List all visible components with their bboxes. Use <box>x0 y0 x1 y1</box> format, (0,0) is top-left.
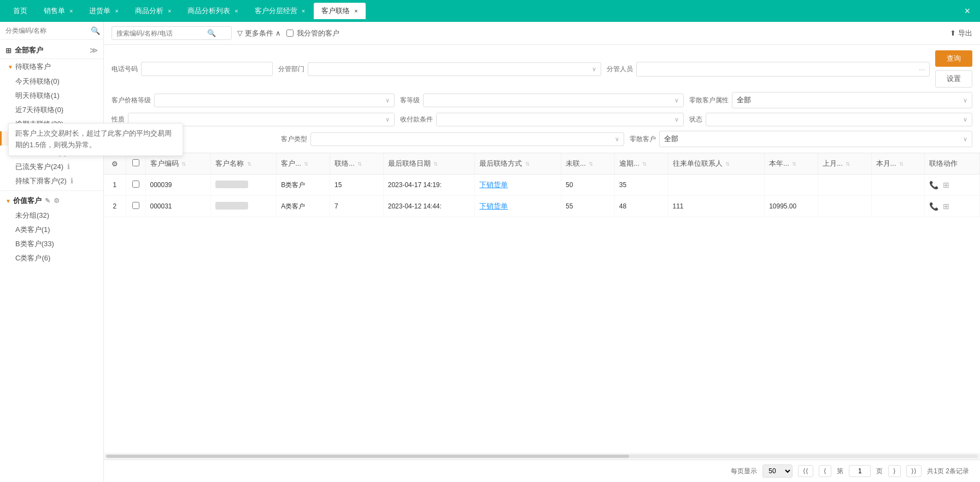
customer-type-label: 客户类型 <box>281 135 307 144</box>
window-close-button[interactable]: × <box>960 5 975 17</box>
retail-attr-field: 零散客户属性 全部 ∨ <box>689 92 972 108</box>
scrollbar-thumb[interactable] <box>106 455 629 458</box>
sidebar-item-ungrouped[interactable]: 未分组(32) <box>0 208 103 223</box>
col-this-month-sort[interactable]: ⇅ <box>899 161 903 167</box>
col-overdue-sort[interactable]: ⇅ <box>642 161 647 167</box>
next-page-btn[interactable]: ⟩ <box>888 465 901 477</box>
phone-input[interactable] <box>141 62 273 76</box>
retail-customer-value: 全部 <box>664 134 678 144</box>
settings-table-icon[interactable]: ⚙ <box>112 160 118 168</box>
sidebar-item-class-c[interactable]: C类客户(6) <box>0 251 103 265</box>
col-last-method: 最后联络方式 ⇅ <box>475 153 561 175</box>
last-page-btn[interactable]: ⟩⟩ <box>906 465 922 477</box>
customer-level-select[interactable]: ∨ <box>423 94 683 107</box>
row2-level: A类客户 <box>277 196 330 217</box>
my-customers-filter[interactable]: 我分管的客户 <box>286 28 339 38</box>
class-a-label: A类客户(1) <box>15 225 50 234</box>
settings-small-icon[interactable]: ⚙ <box>54 197 60 205</box>
nav-tab-purchase[interactable]: 进货单 × <box>81 3 126 19</box>
horizontal-scrollbar[interactable] <box>104 453 980 460</box>
per-page-label: 每页显示 <box>731 467 757 476</box>
select-all-checkbox[interactable] <box>132 159 139 166</box>
row2-phone-icon[interactable]: 📞 <box>929 202 938 211</box>
settings-button[interactable]: 设置 <box>935 70 972 88</box>
edit-icon[interactable]: ✎ <box>45 197 50 205</box>
sidebar-item-class-a[interactable]: A类客户(1) <box>0 223 103 237</box>
sidebar-item-7days[interactable]: 近7天待联络(0) <box>0 103 103 117</box>
sidebar-item-churned[interactable]: 已流失客户(24) ℹ <box>0 160 103 174</box>
col-last-date-sort[interactable]: ⇅ <box>433 161 438 167</box>
col-uncontacted-sort[interactable]: ⇅ <box>589 161 593 167</box>
export-button[interactable]: ⬆ 导出 <box>950 28 972 38</box>
row1-checkbox[interactable] <box>132 181 139 188</box>
row1-last-method[interactable]: 下销货单 <box>475 175 561 196</box>
scrollbar-track[interactable] <box>106 455 978 458</box>
nav-tab-customer-contact-close[interactable]: × <box>354 8 357 14</box>
row2-last-method[interactable]: 下销货单 <box>475 196 561 217</box>
search-icon[interactable]: 🔍 <box>207 29 216 37</box>
col-last-method-sort[interactable]: ⇅ <box>525 161 530 167</box>
search-input[interactable] <box>116 30 204 37</box>
nav-tab-customer-contact[interactable]: 客户联络 × <box>314 3 365 19</box>
row1-this-year <box>765 175 818 196</box>
nav-tab-analysis[interactable]: 商品分析 × <box>127 3 179 19</box>
per-page-select[interactable]: 50 20 100 <box>762 464 793 478</box>
nav-tab-analysis-close[interactable]: × <box>168 8 171 14</box>
row2-more-icon[interactable]: ⊞ <box>943 202 949 211</box>
retail-customer-select[interactable]: 全部 ∨ <box>659 131 973 147</box>
nav-tab-sales[interactable]: 销售单 × <box>36 3 80 19</box>
col-code-sort[interactable]: ⇅ <box>181 161 186 167</box>
nav-home[interactable]: 首页 <box>5 3 35 19</box>
status-chevron: ∨ <box>963 116 967 123</box>
row1-more-icon[interactable]: ⊞ <box>943 181 949 189</box>
my-customers-checkbox[interactable] <box>286 30 294 37</box>
sidebar-collapse-btn[interactable]: ≫ <box>90 46 98 55</box>
retail-attr-select[interactable]: 全部 ∨ <box>732 92 972 108</box>
nav-tab-customer-segment-close[interactable]: × <box>302 8 305 14</box>
nav-tab-analysis-list[interactable]: 商品分析列表 × <box>180 3 245 19</box>
col-this-year-sort[interactable]: ⇅ <box>792 161 796 167</box>
sidebar-pending-group[interactable]: ▼ 待联络客户 <box>0 59 103 74</box>
first-page-btn[interactable]: ⟨⟨ <box>798 465 813 477</box>
row2-method-link[interactable]: 下销货单 <box>479 202 508 210</box>
row2-last-month <box>818 196 871 217</box>
col-name-sort[interactable]: ⇅ <box>247 161 251 167</box>
nav-tab-customer-segment[interactable]: 客户分层经营 × <box>247 3 313 19</box>
dept-select[interactable]: ∨ <box>308 62 601 76</box>
nav-tab-purchase-close[interactable]: × <box>115 8 118 14</box>
sidebar-item-declining[interactable]: 持续下滑客户(2) ℹ <box>0 174 103 188</box>
more-conditions-btn[interactable]: ▽ 更多条件 ∧ <box>237 28 281 38</box>
prev-page-btn[interactable]: ⟨ <box>819 465 831 477</box>
row2-overdue: 48 <box>614 196 668 217</box>
col-last-month-sort[interactable]: ⇅ <box>846 161 850 167</box>
manager-select[interactable]: ··· <box>636 62 930 77</box>
customer-type-select[interactable]: ∨ <box>310 132 624 146</box>
row2-this-year: 10995.00 <box>765 196 818 217</box>
all-customers-label: 全部客户 <box>15 45 43 55</box>
table-wrapper: ⚙ 客户编码 ⇅ 客户名称 ⇅ <box>104 153 980 453</box>
filter-row-2: 客户价格等级 ∨ 客等级 ∨ 零散客户属性 全部 <box>112 92 972 108</box>
sidebar-all-customers[interactable]: ⊞ 全部客户 ≫ <box>0 42 103 59</box>
customer-level-field: 客等级 ∨ <box>400 94 683 107</box>
sidebar-search-icon[interactable]: 🔍 <box>91 26 100 35</box>
nav-tab-sales-close[interactable]: × <box>69 8 73 14</box>
sidebar-search-input[interactable] <box>5 27 87 34</box>
nav-tab-analysis-list-close[interactable]: × <box>234 8 238 14</box>
price-level-select[interactable]: ∨ <box>154 94 395 107</box>
query-button[interactable]: 查询 <box>935 50 972 67</box>
col-contact-sort[interactable]: ⇅ <box>357 161 362 167</box>
page-number-input[interactable] <box>849 465 871 477</box>
col-unit-contact-sort[interactable]: ⇅ <box>725 161 730 167</box>
sidebar-item-class-b[interactable]: B类客户(33) <box>0 237 103 251</box>
row2-checkbox[interactable] <box>132 202 139 209</box>
row2-name <box>211 196 277 217</box>
status-select[interactable]: ∨ <box>706 113 972 126</box>
sidebar-item-today[interactable]: 今天待联络(0) <box>0 74 103 89</box>
sidebar-item-tomorrow[interactable]: 明天待联络(1) <box>0 89 103 103</box>
payment-select[interactable]: ∨ <box>436 113 683 126</box>
sidebar-value-group[interactable]: ▼ 价值客户 ✎ ⚙ <box>0 193 103 208</box>
row1-method-link[interactable]: 下销货单 <box>479 181 508 189</box>
row2-num: 2 <box>104 196 126 217</box>
row1-phone-icon[interactable]: 📞 <box>929 181 938 189</box>
col-level-sort[interactable]: ⇅ <box>304 161 308 167</box>
